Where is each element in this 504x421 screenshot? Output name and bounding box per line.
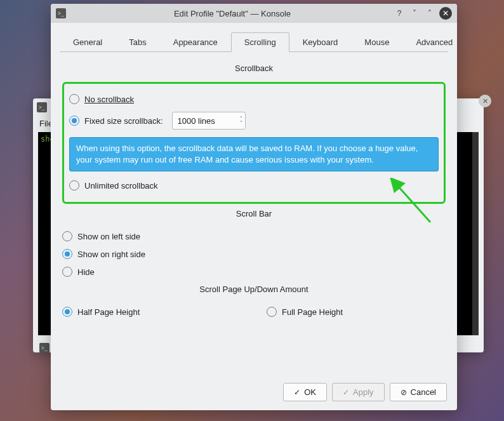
close-icon[interactable]: ✕ [439,7,452,20]
terminal-icon: >_ [56,8,66,18]
radio-icon [69,116,79,126]
radio-full-page[interactable]: Full Page Height [267,303,446,321]
section-scrollbar-title: Scroll Bar [62,209,446,218]
tab-tabs[interactable]: Tabs [116,32,159,52]
fixed-size-spinbox[interactable]: 1000 lines ˄ ˅ [172,112,246,130]
scrollpage-options: Half Page Height Full Page Height [62,303,446,321]
titlebar-buttons: ? ˅ ˄ ✕ [394,7,452,20]
tab-mouse[interactable]: Mouse [351,32,402,52]
button-label: Cancel [411,387,436,397]
tab-appearance[interactable]: Appearance [160,32,231,52]
radio-label: Fixed size scrollback: [84,116,163,126]
radio-fixed-scrollback[interactable]: Fixed size scrollback: 1000 lines ˄ ˅ [69,108,439,133]
terminal-icon: >_ [39,343,50,353]
radio-icon [62,249,72,259]
ok-button[interactable]: ✓ OK [283,383,327,401]
help-icon[interactable]: ? [394,8,405,19]
button-label: Apply [353,387,374,397]
chevron-down-icon[interactable]: ˅ [240,121,242,125]
radio-unlimited-scrollback[interactable]: Unlimited scrollback [69,177,439,194]
radio-label: Hide [77,267,95,277]
radio-show-left[interactable]: Show on left side [62,227,446,245]
apply-button: ✓ Apply [332,383,385,401]
terminal-icon: >_ [37,102,47,112]
check-icon: ✓ [294,388,300,397]
tablist: General Tabs Appearance Scrolling Keyboa… [60,32,448,52]
terminal-scrollbar[interactable] [472,132,479,335]
radio-label: No scrollback [84,95,134,104]
radio-icon [62,267,72,277]
spinbox-value: 1000 lines [178,116,215,126]
cancel-button[interactable]: ⊘ Cancel [390,383,447,401]
spin-arrows-icon[interactable]: ˄ ˅ [240,116,242,125]
radio-label: Unlimited scrollback [84,181,158,190]
minimize-icon[interactable]: ˅ [409,8,420,19]
radio-label: Full Page Height [282,307,343,317]
radio-half-page[interactable]: Half Page Height [62,303,241,321]
radio-icon [69,94,79,104]
radio-icon [69,180,79,190]
tab-keyboard[interactable]: Keyboard [289,32,352,52]
close-icon[interactable]: ✕ [479,95,491,107]
tab-scrolling[interactable]: Scrolling [231,32,289,52]
dialog-content: Scrollback No scrollback Fixed size scro… [51,52,457,375]
radio-icon [62,231,72,241]
dialog-title: Edit Profile "Default" — Konsole [71,9,394,18]
cancel-icon: ⊘ [401,388,407,397]
info-panel: When using this option, the scrollback d… [69,137,439,171]
radio-show-right[interactable]: Show on right side [62,245,446,263]
section-scrollback-title: Scrollback [62,63,446,73]
dialog-titlebar: >_ Edit Profile "Default" — Konsole ? ˅ … [51,4,457,23]
radio-label: Show on left side [77,232,140,241]
annotation-highlight-box: No scrollback Fixed size scrollback: 100… [62,82,446,204]
dialog-button-row: ✓ OK ✓ Apply ⊘ Cancel [51,375,457,410]
maximize-icon[interactable]: ˄ [424,8,435,19]
radio-no-scrollback[interactable]: No scrollback [69,90,439,108]
radio-icon [267,307,277,317]
radio-label: Half Page Height [77,307,140,317]
tab-advanced[interactable]: Advanced [402,32,466,52]
radio-hide[interactable]: Hide [62,263,446,281]
button-label: OK [304,387,316,397]
section-scrollpage-title: Scroll Page Up/Down Amount [62,284,446,294]
check-icon: ✓ [343,388,349,397]
radio-label: Show on right side [77,250,145,259]
edit-profile-dialog: >_ Edit Profile "Default" — Konsole ? ˅ … [51,4,457,410]
tab-general[interactable]: General [60,32,116,52]
radio-icon [62,307,72,317]
